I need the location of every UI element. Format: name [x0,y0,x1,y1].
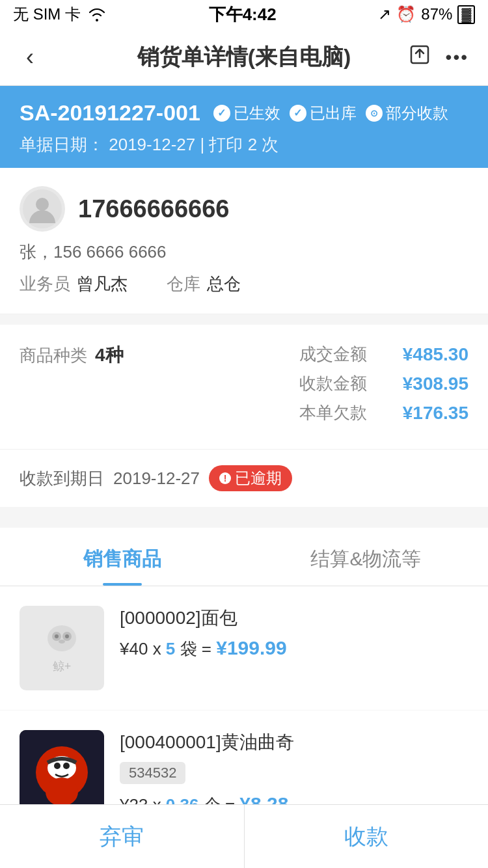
kinds-row: 商品种类 4种 [20,343,124,368]
order-banner-top: SA-20191227-001 ✓ 已生效 ✓ 已出库 ⊙ 部分收款 [20,100,468,126]
overdue-icon: ! [219,472,231,484]
overdue-badge: ! 已逾期 [209,465,292,491]
status-bar-left: 无 SIM 卡 [13,4,107,25]
customer-top: 17666666666 [20,186,468,232]
sales-rep-item: 业务员 曾凡杰 [20,273,128,295]
owed-row: 本单欠款 ¥176.35 [299,401,468,424]
due-section: 收款到期日 2019-12-27 ! 已逾期 [0,449,488,507]
wifi-icon [87,7,107,21]
status-bar-time: 下午4:42 [209,3,277,26]
owed-label: 本单欠款 [299,401,367,424]
share-icon[interactable] [409,44,430,70]
customer-name-phone: 张，156 6666 6666 [20,241,468,264]
location-icon: ↗ [378,5,391,23]
owed-value: ¥176.35 [403,403,468,424]
bottom-bar: 弃审 收款 [0,804,488,868]
amount-label: 成交金额 [299,343,367,366]
customer-meta: 业务员 曾凡杰 仓库 总仓 [20,273,468,295]
due-label: 收款到期日 [20,467,104,490]
badge-shipped: ✓ 已出库 [290,103,357,124]
order-banner: SA-20191227-001 ✓ 已生效 ✓ 已出库 ⊙ 部分收款 单据日期：… [0,86,488,168]
divider-1 [0,314,488,325]
page-title: 销货单详情(来自电脑) [137,42,351,72]
product-list: 鲸+ [0000002]面包 ¥40 x 5 袋 = ¥199.99 [0,586,488,837]
warehouse-label: 仓库 [167,273,200,295]
confirm-button[interactable]: 收款 [245,805,489,868]
carrier-text: 无 SIM 卡 [13,4,81,25]
overdue-label: 已逾期 [235,468,282,489]
tabs-bar: 销售商品 结算&物流等 [0,528,488,586]
product-item: 鲸+ [0000002]面包 ¥40 x 5 袋 = ¥199.99 [0,586,488,711]
summary-section: 商品种类 4种 成交金额 ¥485.30 收款金额 ¥308.95 本单欠款 ¥… [0,325,488,449]
divider-2 [0,507,488,517]
customer-phone: 17666666666 [78,195,229,223]
order-date-row: 单据日期： 2019-12-27 | 打印 2 次 [20,133,468,156]
status-bar-right: ↗ ⏰ 87% ▓ [378,5,475,24]
warehouse-value: 总仓 [207,273,241,295]
svg-point-12 [54,763,61,769]
nav-bar: ‹ 销货单详情(来自电脑) ••• [0,29,488,86]
more-icon[interactable]: ••• [446,47,468,68]
clock-icon: ⊙ [366,105,383,122]
svg-point-2 [36,198,49,211]
amount-value: ¥485.30 [403,344,468,365]
svg-point-3 [47,625,76,651]
sales-rep-label: 业务员 [20,273,70,295]
product-price-1: ¥40 x 5 袋 = ¥199.99 [120,637,468,660]
product-total-1: ¥199.99 [216,637,286,658]
tab-settlement[interactable]: 结算&物流等 [244,528,488,586]
svg-point-7 [65,634,69,638]
check-icon-1: ✓ [213,105,230,122]
product-qty-1: 5 [166,639,175,658]
back-button[interactable]: ‹ [20,37,40,77]
tab-sales-products[interactable]: 销售商品 [0,528,244,586]
status-bar: 无 SIM 卡 下午4:42 ↗ ⏰ 87% ▓ [0,0,488,29]
product-info-1: [0000002]面包 ¥40 x 5 袋 = ¥199.99 [120,606,468,660]
battery-text: 87% [421,5,452,23]
cancel-button[interactable]: 弃审 [0,805,245,868]
product-sku-2: 534532 [120,762,185,784]
avatar [20,186,65,232]
received-value: ¥308.95 [403,373,468,394]
summary-right: 成交金额 ¥485.30 收款金额 ¥308.95 本单欠款 ¥176.35 [299,343,468,431]
badge-effective: ✓ 已生效 [213,103,280,124]
svg-point-14 [46,778,78,806]
svg-point-6 [55,634,59,638]
svg-point-13 [63,763,70,769]
tabs-section: 销售商品 结算&物流等 鲸+ [0000002]面包 [0,528,488,837]
warehouse-item: 仓库 总仓 [167,273,241,295]
svg-point-8 [59,640,65,644]
alarm-icon: ⏰ [396,5,416,23]
received-label: 收款金额 [299,372,367,395]
nav-actions: ••• [409,44,468,70]
product-name-2: [000400001]黄油曲奇 [120,730,468,755]
amount-row: 成交金额 ¥485.30 [299,343,468,366]
customer-section: 17666666666 张，156 6666 6666 业务员 曾凡杰 仓库 总… [0,168,488,314]
received-row: 收款金额 ¥308.95 [299,372,468,395]
kinds-label: 商品种类 [20,344,87,367]
product-image-1: 鲸+ [20,606,104,690]
battery-icon: ▓ [457,5,475,24]
due-value: 2019-12-27 [113,468,200,489]
product-brand-label: 鲸+ [53,658,72,674]
order-id: SA-20191227-001 [20,100,200,126]
product-name-1: [0000002]面包 [120,606,468,631]
product-image-2 [20,730,104,815]
order-status-badges: ✓ 已生效 ✓ 已出库 ⊙ 部分收款 [213,103,448,124]
kinds-value: 4种 [95,343,124,368]
badge-partial-payment: ⊙ 部分收款 [366,103,448,124]
check-icon-2: ✓ [290,105,306,122]
summary-left: 商品种类 4种 [20,343,124,375]
sales-rep-value: 曾凡杰 [77,273,128,295]
